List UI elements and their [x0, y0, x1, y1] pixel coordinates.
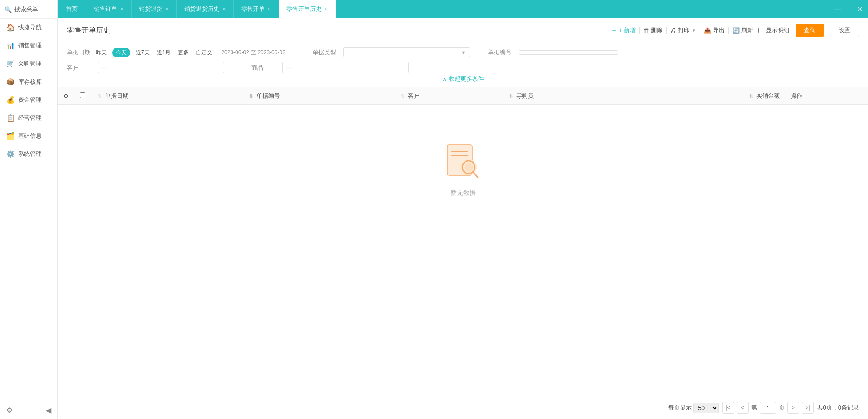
col-no: ⇅ 单据编号 — [244, 87, 395, 105]
footer-collapse-icon[interactable]: ◀ — [46, 406, 51, 414]
delete-button[interactable]: 🗑 删除 — [640, 24, 665, 36]
collapse-label: 收起更多条件 — [449, 75, 484, 83]
print-icon: 🖨 — [670, 27, 676, 34]
sidebar-item-operations[interactable]: 📋 经营管理 — [0, 109, 57, 127]
action-buttons: ＋ + 新增 🗑 删除 🖨 打印 ▼ — [608, 24, 789, 36]
refresh-icon: 🔄 — [732, 27, 740, 34]
order-type-chevron-icon: ▼ — [461, 50, 466, 55]
display-detail-label[interactable]: 显示明细 — [766, 26, 789, 34]
customer-dots: ··· — [102, 64, 107, 71]
filter-row-2: 客户 ··· 商品 ··· — [67, 62, 859, 73]
display-detail-checkbox-group: 显示明细 — [758, 26, 789, 34]
customer-select[interactable]: ··· — [98, 62, 224, 73]
order-no-label: 单据编号 — [488, 48, 515, 56]
close-btn[interactable]: ✕ — [857, 5, 863, 14]
tab-sales-order-label: 销售订单 — [94, 5, 117, 13]
goods-select[interactable]: ··· — [282, 62, 409, 73]
main-area: 首页 销售订单 ✕ 销货退货 ✕ 销货退货历史 ✕ 零售开单 ✕ 零售开单历史 … — [58, 0, 868, 419]
tab-retail-open[interactable]: 零售开单 ✕ — [234, 0, 279, 18]
date-btn-more[interactable]: 更多 — [176, 48, 190, 57]
table-settings-col: ⚙ — [58, 87, 74, 105]
customer-label: 客户 — [67, 64, 94, 72]
tab-home[interactable]: 首页 — [58, 0, 86, 18]
header-actions: ＋ + 新增 🗑 删除 🖨 打印 ▼ — [608, 24, 859, 37]
export-button[interactable]: 📤 导出 — [701, 24, 727, 36]
add-button[interactable]: ＋ + 新增 — [608, 24, 638, 36]
next-page-btn[interactable]: > — [787, 402, 799, 414]
goods-dots: ··· — [286, 64, 291, 71]
sidebar-item-label: 经营管理 — [18, 114, 42, 122]
date-btn-1month[interactable]: 近1月 — [155, 48, 173, 57]
empty-text: 暂无数据 — [451, 189, 476, 197]
table-settings-icon[interactable]: ⚙ — [63, 93, 69, 99]
maximize-btn[interactable]: □ — [847, 5, 851, 13]
tab-sales-return-label: 销货退货 — [139, 5, 162, 13]
svg-point-8 — [465, 163, 473, 171]
tab-sales-order[interactable]: 销售订单 ✕ — [86, 0, 132, 18]
sidebar-item-purchase-mgmt[interactable]: 🛒 采购管理 — [0, 55, 57, 73]
prev-page-btn[interactable]: < — [737, 402, 749, 414]
table-area: ⚙ ⇅ 单据日期 ⇅ 单据编号 — [58, 87, 868, 396]
sidebar-item-label: 库存核算 — [18, 78, 42, 86]
date-btn-yesterday[interactable]: 昨天 — [94, 48, 109, 57]
sidebar-nav: 🏠 快捷导航 📊 销售管理 🛒 采购管理 📦 库存核算 💰 资金管理 📋 经营管… — [0, 19, 57, 401]
settings-button[interactable]: 设置 — [830, 24, 859, 37]
date-btn-today[interactable]: 今天 — [112, 48, 130, 57]
sidebar-item-basic-info[interactable]: 🗂️ 基础信息 — [0, 127, 57, 145]
sidebar-item-quick-nav[interactable]: 🏠 快捷导航 — [0, 19, 57, 37]
tab-sales-return-history[interactable]: 销货退货历史 ✕ — [177, 0, 234, 18]
per-page-label: 每页显示 — [668, 404, 692, 412]
sidebar-footer: ⚙ ◀ — [0, 401, 57, 419]
delete-icon: 🗑 — [643, 27, 649, 34]
display-detail-checkbox[interactable] — [758, 28, 764, 33]
sys-icon: ⚙️ — [6, 150, 14, 158]
page-title: 零售开单历史 — [67, 26, 110, 35]
minimize-btn[interactable]: — — [834, 5, 841, 13]
refresh-button[interactable]: 🔄 刷新 — [730, 24, 756, 36]
per-page-select[interactable]: 10 20 50 100 — [693, 403, 719, 413]
page-content: 零售开单历史 ＋ + 新增 🗑 删除 🖨 打印 — [58, 18, 868, 419]
empty-illustration — [441, 141, 486, 182]
sidebar-item-finance[interactable]: 💰 资金管理 — [0, 91, 57, 109]
goods-label: 商品 — [251, 64, 279, 72]
tab-sales-return[interactable]: 销货退货 ✕ — [132, 0, 177, 18]
date-btn-7days[interactable]: 近7天 — [134, 48, 152, 57]
filter-area: 单据日期 昨天 今天 近7天 近1月 更多 自定义 2023-06-02 至 2… — [58, 42, 868, 87]
tab-retail-open-history-close[interactable]: ✕ — [324, 6, 328, 12]
page-nav: |< < 第 页 > >| — [722, 402, 814, 414]
search-btn[interactable]: 🔍 搜索采单 — [0, 0, 57, 19]
basic-icon: 🗂️ — [6, 132, 14, 140]
operations-icon: 📋 — [6, 114, 14, 122]
sidebar-item-sales-mgmt[interactable]: 📊 销售管理 — [0, 37, 57, 55]
page-input[interactable] — [760, 402, 776, 414]
tab-sales-return-close[interactable]: ✕ — [165, 6, 169, 12]
sort-icon: ⇅ — [749, 94, 753, 99]
sort-icon: ⇅ — [98, 94, 101, 99]
svg-line-7 — [473, 172, 478, 177]
sidebar-item-label: 快捷导航 — [18, 24, 42, 32]
tab-sales-order-close[interactable]: ✕ — [120, 6, 124, 12]
page-suffix: 页 — [779, 404, 785, 412]
date-btn-custom[interactable]: 自定义 — [194, 48, 214, 57]
sidebar-item-inventory[interactable]: 📦 库存核算 — [0, 73, 57, 91]
page-header: 零售开单历史 ＋ + 新增 🗑 删除 🖨 打印 — [58, 18, 868, 42]
sidebar-item-label: 系统管理 — [18, 150, 42, 158]
tab-sales-return-history-close[interactable]: ✕ — [222, 6, 226, 12]
order-type-select[interactable]: ▼ — [343, 47, 470, 57]
select-all-checkbox[interactable] — [80, 92, 85, 98]
query-button[interactable]: 查询 — [796, 24, 824, 37]
date-range: 2023-06-02 至 2023-06-02 — [221, 49, 285, 56]
collapse-button[interactable]: ∧ 收起更多条件 — [67, 75, 859, 83]
tab-retail-open-close[interactable]: ✕ — [267, 6, 271, 12]
sidebar-item-sys-mgmt[interactable]: ⚙️ 系统管理 — [0, 145, 57, 163]
col-salesperson: ⇅ 导购员 — [504, 87, 634, 105]
tab-retail-open-history[interactable]: 零售开单历史 ✕ — [279, 0, 336, 18]
tab-sales-return-history-label: 销货退货历史 — [184, 5, 219, 13]
print-button[interactable]: 🖨 打印 ▼ — [668, 24, 699, 36]
order-type-label: 单据类型 — [313, 48, 340, 56]
first-page-btn[interactable]: |< — [722, 402, 734, 414]
order-no-input[interactable] — [519, 50, 618, 55]
last-page-btn[interactable]: >| — [802, 402, 814, 414]
footer-settings-icon[interactable]: ⚙ — [6, 406, 13, 414]
date-buttons: 昨天 今天 近7天 近1月 更多 自定义 2023-06-02 至 2023-0… — [94, 48, 285, 57]
